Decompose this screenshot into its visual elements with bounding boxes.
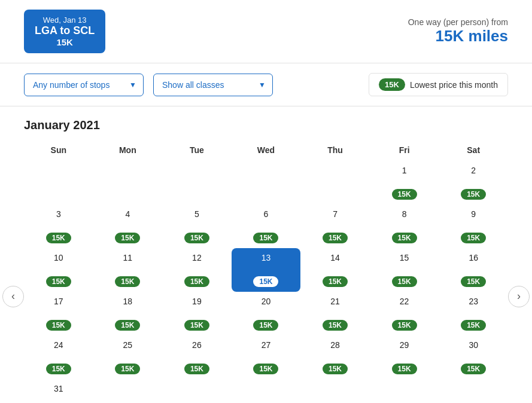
day-number: 30 bbox=[441, 340, 506, 350]
day-number: 7 bbox=[303, 209, 367, 219]
day-price-badge: 15K bbox=[46, 233, 71, 243]
prev-month-button[interactable]: ‹ bbox=[2, 286, 24, 307]
calendar-day-cell[interactable]: 1715K bbox=[24, 292, 93, 335]
legend-text: Lowest price this month bbox=[410, 80, 498, 90]
day-price-badge: 15K bbox=[253, 276, 278, 287]
calendar-day-cell bbox=[300, 161, 370, 204]
flight-price: 15K bbox=[35, 37, 95, 47]
day-of-week-header: Tue bbox=[162, 142, 232, 161]
day-price-badge: 15K bbox=[323, 364, 348, 374]
calendar-day-cell[interactable]: 115K bbox=[370, 161, 439, 204]
day-price-badge: 15K bbox=[392, 364, 417, 374]
calendar-day-cell[interactable]: 1915K bbox=[162, 292, 232, 335]
day-number: 14 bbox=[303, 253, 367, 262]
stops-dropdown[interactable]: Any number of stops Nonstop only 1 stop … bbox=[24, 74, 144, 96]
calendar-day-cell[interactable]: 1215K bbox=[162, 248, 232, 292]
day-number: 8 bbox=[372, 209, 437, 219]
next-month-button[interactable]: › bbox=[508, 286, 530, 307]
legend-badge: 15K bbox=[379, 78, 405, 91]
flight-card[interactable]: Wed, Jan 13 LGA to SCL 15K bbox=[24, 10, 105, 53]
calendar-day-cell[interactable]: 515K bbox=[162, 204, 232, 248]
day-number: 10 bbox=[26, 253, 91, 262]
day-of-week-header: Sun bbox=[24, 142, 93, 161]
day-number: 22 bbox=[372, 297, 437, 306]
day-price-badge: 15K bbox=[115, 364, 140, 374]
calendar-week-row: 115K215K bbox=[24, 161, 508, 204]
day-price-badge: 15K bbox=[461, 320, 486, 331]
calendar-day-cell bbox=[300, 379, 370, 403]
day-price-badge: 15K bbox=[461, 189, 486, 200]
day-number: 2 bbox=[441, 166, 506, 175]
day-price-badge: 15K bbox=[461, 276, 486, 287]
calendar-week-row: 2415K2515K2615K2715K2815K2915K3015K bbox=[24, 335, 508, 379]
day-price-badge: 15K bbox=[461, 364, 486, 374]
header: Wed, Jan 13 LGA to SCL 15K One way (per … bbox=[0, 0, 532, 63]
calendar-table: SunMonTueWedThuFriSat 115K215K315K415K51… bbox=[24, 142, 508, 403]
controls-bar: Any number of stops Nonstop only 1 stop … bbox=[0, 63, 532, 106]
calendar-day-cell[interactable]: 715K bbox=[300, 204, 370, 248]
calendar-day-cell[interactable]: 3115K bbox=[24, 379, 93, 403]
calendar-day-cell[interactable]: 2115K bbox=[300, 292, 370, 335]
calendar-day-cell[interactable]: 1415K bbox=[300, 248, 370, 292]
day-price-badge: 15K bbox=[392, 189, 417, 200]
day-of-week-header: Fri bbox=[370, 142, 439, 161]
day-number: 13 bbox=[234, 253, 299, 262]
day-number: 21 bbox=[303, 297, 367, 306]
calendar-day-cell[interactable]: 2615K bbox=[162, 335, 232, 379]
calendar-day-cell[interactable]: 615K bbox=[232, 204, 301, 248]
day-number: 6 bbox=[234, 209, 299, 219]
calendar-month: January 2021 bbox=[24, 118, 508, 132]
calendar-day-cell[interactable]: 2915K bbox=[370, 335, 439, 379]
flight-route: LGA to SCL bbox=[35, 25, 95, 37]
calendar-day-cell[interactable]: 2415K bbox=[24, 335, 93, 379]
day-price-badge: 15K bbox=[184, 276, 209, 287]
calendar-day-cell[interactable]: 215K bbox=[439, 161, 508, 204]
day-number: 16 bbox=[441, 253, 506, 262]
day-price-badge: 15K bbox=[46, 320, 71, 331]
calendar-day-cell[interactable]: 2015K bbox=[232, 292, 301, 335]
day-of-week-header: Sat bbox=[439, 142, 508, 161]
day-price-badge: 15K bbox=[184, 320, 209, 331]
day-price-badge: 15K bbox=[253, 320, 278, 331]
calendar-day-cell[interactable]: 2215K bbox=[370, 292, 439, 335]
miles-value: 15K miles bbox=[408, 27, 508, 45]
price-summary: One way (per person) from 15K miles bbox=[408, 17, 508, 45]
calendar-day-cell[interactable]: 2315K bbox=[439, 292, 508, 335]
calendar-day-cell[interactable]: 415K bbox=[93, 204, 163, 248]
day-price-badge: 15K bbox=[323, 320, 348, 331]
day-of-week-header: Thu bbox=[300, 142, 370, 161]
calendar-day-cell[interactable]: 1015K bbox=[24, 248, 93, 292]
calendar-day-cell[interactable]: 2815K bbox=[300, 335, 370, 379]
day-number: 28 bbox=[303, 340, 367, 350]
calendar-day-cell[interactable]: 1615K bbox=[439, 248, 508, 292]
day-price-badge: 15K bbox=[253, 233, 278, 243]
day-price-badge: 15K bbox=[461, 233, 486, 243]
calendar-day-cell[interactable]: 915K bbox=[439, 204, 508, 248]
calendar-day-cell[interactable]: 1815K bbox=[93, 292, 163, 335]
calendar-day-cell bbox=[439, 379, 508, 403]
day-price-badge: 15K bbox=[115, 276, 140, 287]
day-number: 20 bbox=[234, 297, 299, 306]
day-number: 29 bbox=[372, 340, 437, 350]
calendar-day-cell[interactable]: 2715K bbox=[232, 335, 301, 379]
calendar-day-cell[interactable]: 1515K bbox=[370, 248, 439, 292]
day-price-badge: 15K bbox=[184, 364, 209, 374]
day-number: 15 bbox=[372, 253, 437, 262]
day-price-badge: 15K bbox=[184, 233, 209, 243]
day-number: 17 bbox=[26, 297, 91, 306]
calendar-day-cell bbox=[162, 161, 232, 204]
day-price-badge: 15K bbox=[392, 233, 417, 243]
day-number: 4 bbox=[96, 209, 160, 219]
day-number: 19 bbox=[165, 297, 229, 306]
calendar-day-cell[interactable]: 815K bbox=[370, 204, 439, 248]
calendar-day-cell[interactable]: 2515K bbox=[93, 335, 163, 379]
classes-dropdown[interactable]: Show all classes Economy Business First bbox=[153, 74, 273, 96]
price-label: One way (per person) from bbox=[408, 17, 508, 27]
day-number: 25 bbox=[96, 340, 160, 350]
calendar-day-cell bbox=[370, 379, 439, 403]
day-number: 31 bbox=[26, 384, 91, 393]
calendar-day-cell[interactable]: 315K bbox=[24, 204, 93, 248]
calendar-day-cell[interactable]: 3015K bbox=[439, 335, 508, 379]
calendar-day-cell[interactable]: 1315K bbox=[232, 248, 301, 292]
calendar-day-cell[interactable]: 1115K bbox=[93, 248, 163, 292]
